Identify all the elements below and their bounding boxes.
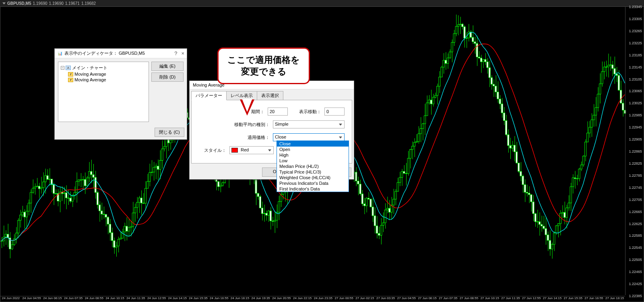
close-button[interactable]: 閉じる (C) bbox=[155, 128, 184, 137]
svg-rect-79 bbox=[82, 180, 84, 180]
svg-rect-105 bbox=[109, 224, 111, 233]
indicators-dialog-title: 表示中のインディケータ： GBPUSD,M5 bbox=[64, 50, 145, 56]
apply-price-dropdown[interactable]: Close Open High Low Median Price (HL/2) … bbox=[277, 141, 349, 192]
svg-rect-527 bbox=[549, 240, 551, 249]
svg-rect-421 bbox=[439, 77, 440, 86]
svg-rect-367 bbox=[382, 223, 384, 225]
style-color-select[interactable]: Red bbox=[229, 146, 274, 154]
svg-rect-107 bbox=[111, 233, 113, 241]
svg-rect-443 bbox=[462, 24, 463, 27]
apply-price-label: 適用価格： bbox=[221, 134, 270, 141]
svg-rect-595 bbox=[620, 90, 621, 103]
svg-rect-393 bbox=[409, 149, 411, 158]
svg-rect-247 bbox=[257, 193, 259, 197]
option-prev-ind[interactable]: Previous Indicator's Data bbox=[277, 180, 349, 186]
svg-rect-467 bbox=[487, 62, 488, 68]
apply-price-select[interactable]: Close bbox=[273, 133, 345, 141]
collapse-icon[interactable]: − bbox=[61, 66, 64, 70]
indicators-dialog-titlebar[interactable]: 📊 表示中のインディケータ： GBPUSD,M5 ? × bbox=[55, 49, 187, 58]
chart-icon: A bbox=[66, 66, 71, 70]
svg-rect-245 bbox=[255, 180, 257, 193]
svg-rect-47 bbox=[49, 179, 50, 180]
svg-rect-115 bbox=[120, 238, 121, 240]
svg-rect-539 bbox=[561, 213, 563, 213]
indicator-tree[interactable]: − A メイン・チャート f Moving Average f Moving A… bbox=[58, 62, 149, 122]
option-median[interactable]: Median Price (HL/2) bbox=[277, 163, 349, 169]
ohlc-l: 1.19671 bbox=[65, 1, 80, 6]
shift-label: 表示移動： bbox=[299, 109, 321, 115]
svg-rect-387 bbox=[403, 172, 405, 174]
close-icon[interactable]: × bbox=[181, 50, 184, 56]
tab-parameters[interactable]: パラメーター bbox=[191, 91, 227, 100]
svg-rect-413 bbox=[430, 100, 432, 104]
svg-rect-593 bbox=[618, 75, 619, 90]
svg-rect-487 bbox=[508, 134, 509, 145]
svg-rect-111 bbox=[116, 246, 117, 247]
svg-rect-125 bbox=[130, 227, 132, 228]
svg-rect-17 bbox=[17, 220, 19, 233]
svg-rect-121 bbox=[126, 226, 128, 231]
svg-rect-359 bbox=[374, 216, 376, 226]
svg-rect-85 bbox=[89, 172, 90, 178]
svg-rect-519 bbox=[541, 224, 543, 226]
svg-rect-75 bbox=[78, 180, 80, 182]
svg-rect-5 bbox=[5, 234, 6, 237]
svg-rect-263 bbox=[274, 220, 276, 221]
svg-rect-545 bbox=[568, 203, 570, 208]
method-select[interactable]: Simple bbox=[273, 120, 345, 128]
svg-rect-99 bbox=[103, 214, 105, 215]
delete-button[interactable]: 削除 (D) bbox=[151, 72, 184, 82]
svg-rect-139 bbox=[144, 188, 146, 203]
svg-rect-119 bbox=[124, 226, 126, 232]
svg-rect-571 bbox=[595, 108, 597, 115]
shift-input[interactable] bbox=[324, 108, 345, 116]
svg-rect-587 bbox=[612, 65, 613, 68]
svg-rect-529 bbox=[551, 244, 553, 249]
tree-item-ma2[interactable]: f Moving Average bbox=[68, 77, 146, 83]
svg-rect-483 bbox=[503, 113, 505, 120]
svg-rect-383 bbox=[399, 178, 400, 183]
option-first-ind[interactable]: First Indicator's Data bbox=[277, 186, 349, 192]
svg-rect-363 bbox=[378, 234, 380, 236]
svg-rect-83 bbox=[86, 178, 88, 186]
svg-rect-523 bbox=[545, 229, 547, 235]
svg-rect-53 bbox=[55, 193, 57, 194]
option-high[interactable]: High bbox=[277, 152, 349, 158]
svg-rect-377 bbox=[393, 199, 394, 205]
svg-rect-87 bbox=[91, 172, 92, 175]
edit-button[interactable]: 編集 (E) bbox=[151, 62, 184, 71]
option-typical[interactable]: Typical Price (HLC/3) bbox=[277, 169, 349, 175]
svg-rect-109 bbox=[114, 241, 115, 248]
svg-rect-93 bbox=[97, 192, 98, 205]
option-weighted[interactable]: Weighted Close (HLCC/4) bbox=[277, 175, 349, 180]
option-open[interactable]: Open bbox=[277, 147, 349, 152]
svg-rect-21 bbox=[22, 212, 23, 215]
dialog-tabs: パラメーター レベル表示 表示選択 bbox=[190, 89, 354, 100]
svg-rect-479 bbox=[499, 99, 501, 104]
tree-item-ma1[interactable]: f Moving Average bbox=[68, 71, 146, 77]
svg-rect-449 bbox=[468, 32, 469, 38]
svg-rect-71 bbox=[74, 192, 75, 195]
svg-rect-41 bbox=[43, 182, 44, 188]
help-icon[interactable]: ? bbox=[174, 50, 177, 56]
option-close[interactable]: Close bbox=[277, 141, 349, 147]
svg-rect-513 bbox=[535, 214, 536, 222]
svg-rect-565 bbox=[589, 127, 590, 133]
svg-rect-37 bbox=[38, 186, 40, 188]
svg-rect-461 bbox=[480, 58, 482, 62]
svg-rect-417 bbox=[434, 95, 436, 97]
option-low[interactable]: Low bbox=[277, 158, 349, 163]
svg-rect-433 bbox=[451, 42, 453, 52]
svg-rect-23 bbox=[24, 212, 25, 217]
price-axis: 1.233451.233051.232651.232251.231851.231… bbox=[625, 7, 644, 295]
svg-rect-43 bbox=[45, 176, 46, 182]
svg-rect-511 bbox=[533, 202, 534, 213]
svg-rect-253 bbox=[264, 213, 265, 214]
tab-display[interactable]: 表示選択 bbox=[257, 91, 283, 100]
indicators-dialog[interactable]: 📊 表示中のインディケータ： GBPUSD,M5 ? × − A メイン・チャー… bbox=[54, 48, 187, 140]
svg-rect-471 bbox=[491, 78, 492, 84]
period-input[interactable] bbox=[268, 108, 288, 116]
tree-root[interactable]: − A メイン・チャート bbox=[61, 64, 146, 71]
svg-rect-485 bbox=[506, 120, 507, 134]
svg-rect-441 bbox=[460, 24, 461, 25]
